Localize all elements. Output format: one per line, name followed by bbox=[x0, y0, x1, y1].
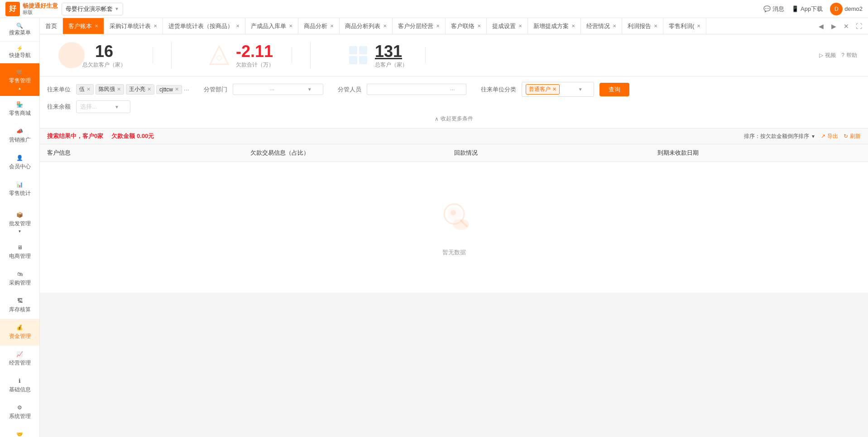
tab-product-analysis[interactable]: 商品分析 ✕ bbox=[298, 18, 340, 34]
tab-purchase-order-stats[interactable]: 采购订单统计表 ✕ bbox=[104, 18, 163, 34]
dept-select[interactable]: ··· ▼ bbox=[233, 84, 323, 95]
filter-more-btn[interactable]: ··· bbox=[184, 86, 189, 93]
tag-chen-label: 陈民强 bbox=[99, 86, 115, 93]
sidebar-search-label: 搜索菜单 bbox=[4, 29, 36, 37]
tab-maximize-btn[interactable]: ⛶ bbox=[854, 21, 864, 32]
tag-normal-customer-close[interactable]: ✕ bbox=[552, 86, 556, 92]
product-stock-in-label: 产成品入库单 bbox=[251, 22, 286, 30]
tag-chen-close[interactable]: ✕ bbox=[117, 86, 121, 92]
sidebar-item-purchase[interactable]: 🛍 采购管理 bbox=[0, 266, 39, 292]
refresh-icon: ↻ bbox=[844, 133, 848, 139]
query-button[interactable]: 查询 bbox=[599, 83, 629, 96]
filter-tag-normal-customer: 普通客户 ✕ bbox=[526, 84, 560, 95]
org-selector[interactable]: 母婴行业演示帐套 ▼ bbox=[62, 3, 123, 15]
filter-tag-wu: 伍 ✕ bbox=[76, 84, 94, 95]
tab-product-stock-in[interactable]: 产成品入库单 ✕ bbox=[245, 18, 298, 34]
stat-block-debt: ◇ -2.11 欠款合计（万） bbox=[190, 42, 292, 69]
submit-settings-label: 提成设置 bbox=[492, 22, 516, 30]
svg-text:◇: ◇ bbox=[216, 53, 222, 62]
export-btn[interactable]: ↗ 导出 bbox=[821, 133, 838, 140]
message-btn[interactable]: 💬 消息 bbox=[763, 5, 784, 13]
tab-next-btn[interactable]: ▶ bbox=[828, 21, 839, 32]
tab-close-customer-contact[interactable]: ✕ bbox=[477, 24, 481, 28]
sidebar-item-retail-mall[interactable]: 🏪 零售商城 bbox=[0, 96, 39, 123]
sidebar-item-finance[interactable]: 💰 资金管理 bbox=[0, 319, 39, 346]
tab-close-product-analysis[interactable]: ✕ bbox=[330, 24, 334, 28]
sidebar-item-label-operation: 经营管理 bbox=[9, 359, 31, 367]
tab-close-purchase-stats-by-product[interactable]: ✕ bbox=[236, 24, 240, 28]
chevron-down-credit-icon: ▼ bbox=[115, 104, 119, 109]
tag-cjttcw-close[interactable]: ✕ bbox=[175, 86, 179, 92]
sidebar-item-ecommerce[interactable]: 🖥 电商管理 bbox=[0, 239, 39, 266]
logo-icon: 好 bbox=[5, 2, 20, 16]
sidebar-item-operation[interactable]: 📈 经营管理 bbox=[0, 346, 39, 372]
tab-close-customer-ledger[interactable]: ✕ bbox=[95, 24, 98, 28]
sidebar-item-label-retail-mall: 零售商城 bbox=[9, 109, 31, 117]
sidebar-quick-nav[interactable]: ⚡ 快捷导航 bbox=[0, 42, 39, 63]
tab-prev-btn[interactable]: ◀ bbox=[815, 21, 826, 32]
tab-home[interactable]: 首页 bbox=[40, 18, 63, 34]
help-label: 帮助 bbox=[846, 52, 857, 59]
tab-retail-profit[interactable]: 零售利润( ✕ bbox=[663, 18, 706, 34]
table-col-debt-info: 欠款交易信息（占比） bbox=[250, 149, 454, 157]
page-content: ¥ 16 总欠款客户（家） ◇ -2.11 欠款合计（万） bbox=[40, 34, 868, 437]
sidebar-item-member-center[interactable]: 👤 会员中心 bbox=[0, 149, 39, 176]
help-action[interactable]: ? 帮助 bbox=[841, 52, 857, 59]
customer-segmentation-label: 客户分层经营 bbox=[398, 22, 433, 30]
svg-text:¥: ¥ bbox=[67, 45, 75, 59]
download-icon: 📱 bbox=[791, 5, 799, 12]
tab-close-purchase-order-stats[interactable]: ✕ bbox=[153, 24, 157, 28]
sidebar-search[interactable]: 🔍 搜索菜单 bbox=[0, 18, 39, 42]
person-select[interactable]: ··· bbox=[367, 84, 466, 95]
quick-nav-icon: ⚡ bbox=[16, 45, 23, 52]
sidebar-item-retail-stats[interactable]: 📊 零售统计 bbox=[0, 176, 39, 203]
tab-close-product-analysis-list[interactable]: ✕ bbox=[383, 24, 387, 28]
tab-customer-contact[interactable]: 客户联络 ✕ bbox=[446, 18, 487, 34]
tab-submit-settings[interactable]: 提成设置 ✕ bbox=[487, 18, 528, 34]
collapse-filter-btn[interactable]: ∧ 收起更多条件 bbox=[47, 115, 861, 123]
stat1-label: 总欠款客户（家） bbox=[82, 61, 126, 69]
app-download-btn[interactable]: 📱 App下载 bbox=[791, 5, 823, 13]
sidebar-item-marketing[interactable]: 📣 营销推广 bbox=[0, 123, 39, 149]
tab-close-profit-report[interactable]: ✕ bbox=[654, 24, 657, 28]
tab-operation-status[interactable]: 经营情况 ✕ bbox=[581, 18, 622, 34]
tab-purchase-stats-by-product[interactable]: 进货单统计表（按商品） ✕ bbox=[163, 18, 245, 34]
operation-icon: 📈 bbox=[16, 351, 23, 357]
svg-point-11 bbox=[451, 210, 456, 215]
stat-divider-2 bbox=[310, 42, 311, 69]
tag-wu-close[interactable]: ✕ bbox=[86, 86, 91, 92]
sidebar-item-batch-manage[interactable]: 📦 批发管理 ▼ bbox=[0, 206, 39, 239]
tab-close-all-btn[interactable]: ✕ bbox=[841, 21, 852, 32]
refresh-btn[interactable]: ↻ 刷新 bbox=[844, 133, 861, 140]
tab-product-analysis-list[interactable]: 商品分析列表 ✕ bbox=[340, 18, 393, 34]
svg-rect-5 bbox=[359, 46, 367, 54]
enterprise-icon: 🤝 bbox=[16, 431, 23, 437]
unit-class-select[interactable]: 普通客户 ✕ ▼ bbox=[522, 82, 594, 97]
credit-select[interactable]: 选择... ▼ bbox=[76, 100, 130, 113]
sidebar-item-inventory[interactable]: 🏗 库存核算 bbox=[0, 292, 39, 319]
sidebar-item-retail-manage[interactable]: 🛒 零售管理 ▲ bbox=[0, 63, 39, 96]
tag-wang-close[interactable]: ✕ bbox=[147, 86, 151, 92]
tab-close-new-plan[interactable]: ✕ bbox=[571, 24, 575, 28]
tab-customer-ledger[interactable]: 客户账本 ✕ bbox=[63, 18, 104, 34]
sidebar-item-system[interactable]: ⚙ 系统管理 bbox=[0, 399, 39, 426]
tab-close-retail-profit[interactable]: ✕ bbox=[697, 24, 700, 28]
tab-close-operation-status[interactable]: ✕ bbox=[613, 24, 616, 28]
collapse-icon: ∧ bbox=[435, 116, 439, 122]
ecommerce-icon: 🖥 bbox=[17, 244, 23, 251]
sort-select[interactable]: 排序：按欠款金额倒序排序 ▼ bbox=[744, 133, 815, 140]
help-icon: ? bbox=[841, 52, 844, 58]
sidebar-item-basic-info[interactable]: ℹ 基础信息 bbox=[0, 372, 39, 399]
filter-row-2: 往来余额 选择... ▼ bbox=[47, 100, 861, 113]
tab-close-customer-segmentation[interactable]: ✕ bbox=[436, 24, 440, 28]
app-title: 畅捷通好生意 bbox=[23, 2, 58, 10]
tab-profit-report[interactable]: 利润报告 ✕ bbox=[622, 18, 663, 34]
tab-close-product-stock-in[interactable]: ✕ bbox=[289, 24, 293, 28]
tab-customer-segmentation[interactable]: 客户分层经营 ✕ bbox=[393, 18, 446, 34]
sidebar-item-enterprise[interactable]: 🤝 企业协同 bbox=[0, 426, 39, 437]
person-filter-label: 分管人员 bbox=[338, 86, 361, 94]
video-action[interactable]: ▷ 视频 bbox=[819, 52, 836, 59]
user-profile[interactable]: D demo2 bbox=[830, 3, 863, 15]
tab-new-plan[interactable]: 新增提成方案 ✕ bbox=[528, 18, 581, 34]
tab-close-submit-settings[interactable]: ✕ bbox=[518, 24, 522, 28]
